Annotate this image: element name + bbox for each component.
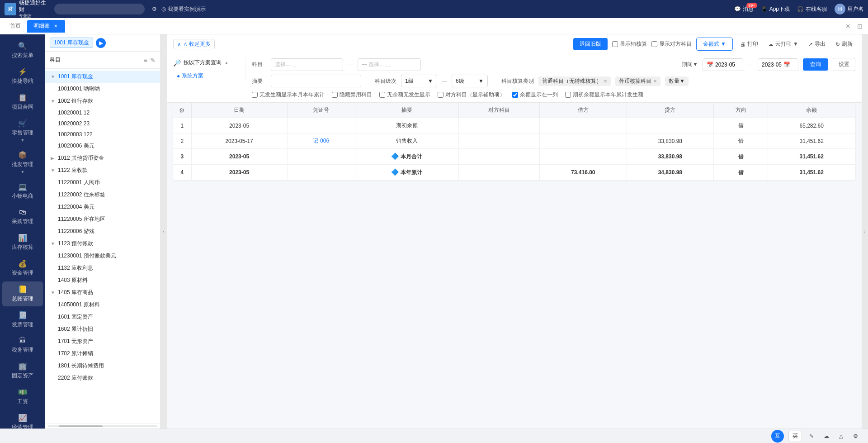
cb-no-balance-input[interactable] [379, 92, 385, 98]
subject-type-tag1[interactable]: 普通科目（无特殊核算） ✕ [538, 76, 611, 86]
cb-no-amount-input[interactable] [252, 92, 258, 98]
subject-type-tag2[interactable]: 外币核算科目 ✕ [615, 76, 660, 86]
tree-node-1002[interactable]: ▼ 1002 银行存款 [45, 95, 160, 107]
tree-node-10020001[interactable]: 10020001 12 [45, 107, 160, 118]
tree-node-1001[interactable]: ▼ 1001 库存现金 [45, 71, 160, 83]
tree-node-1702[interactable]: 1702 累计摊销 [45, 348, 160, 360]
query-button[interactable]: 查询 [803, 58, 828, 71]
settings-icon-btn[interactable]: ⚙ [152, 6, 157, 12]
sidebar-item-salary[interactable]: 💵 工资 [2, 384, 43, 409]
tab-ledger-close[interactable]: ✕ [52, 23, 59, 29]
tab-close-btn[interactable]: ✕ [844, 22, 853, 31]
tree-node-1602[interactable]: 1602 累计折旧 [45, 323, 160, 335]
cb-no-balance[interactable]: 无余额无发生显示 [379, 91, 430, 99]
bottom-main-btn[interactable]: 互 [771, 430, 784, 443]
tree-node-1122[interactable]: ▼ 1122 应收款 [45, 164, 160, 176]
period-end-input[interactable]: 2023-05 📅 [758, 58, 798, 71]
voucher-link[interactable]: 记-006 [313, 138, 329, 144]
table-settings-icon[interactable]: ⚙ [179, 107, 185, 114]
cb-hide-disabled-input[interactable] [332, 92, 338, 98]
subject-input[interactable]: 选择... ... [271, 58, 343, 71]
sidebar-item-retail[interactable]: 🛒 零售管理 ▼ [2, 115, 43, 146]
sidebar-item-ledger[interactable]: 📒 总账管理 [2, 281, 43, 306]
refresh-btn[interactable]: ↻ 刷新 [833, 38, 855, 50]
tree-node-1701[interactable]: 1701 无形资产 [45, 335, 160, 348]
cb-hide-disabled[interactable]: 隐藏禁用科目 [332, 91, 372, 99]
system-method-btn[interactable]: ● 系统方案 [173, 70, 240, 81]
cb-opposite-input[interactable] [438, 92, 443, 98]
subject-input2[interactable]: — 选择... ... [358, 58, 421, 71]
tree-node-1132[interactable]: 1132 应收利息 [45, 262, 160, 274]
period-start-input[interactable]: 📅 2023-05 [703, 58, 743, 71]
tree-edit-icon[interactable]: ✎ [150, 57, 156, 64]
tree-node-11220005[interactable]: 11220005 所在地区 [45, 213, 160, 225]
demo-link[interactable]: ◎ 我要看实例演示 [161, 5, 206, 13]
user-btn[interactable]: 用 用户名 [835, 4, 863, 14]
sidebar-item-ecommerce[interactable]: 💻 小畅电商 [2, 179, 43, 204]
tree-node-10020002[interactable]: 10020002 23 [45, 118, 160, 129]
sidebar-item-tax[interactable]: 🏛 税务管理 [2, 333, 43, 357]
level-to-select[interactable]: 6级 ▼ [452, 75, 488, 87]
back-old-btn[interactable]: 退回旧版 [573, 38, 608, 50]
tag2-close[interactable]: ✕ [653, 79, 657, 84]
tree-node-1801[interactable]: 1801 长期待摊费用 [45, 360, 160, 372]
cb-opening[interactable]: 期初余额显示本年累计发生额 [565, 91, 643, 99]
subject-type-tag3[interactable]: 数量▼ [665, 76, 689, 86]
tree-node-1405[interactable]: ▼ 1405 库存商品 [45, 286, 160, 299]
tree-node-11220004[interactable]: 11220004 美元 [45, 201, 160, 213]
sidebar-item-operations[interactable]: 📈 经营管理 [2, 410, 43, 429]
bottom-icon4[interactable]: ⚙ [850, 431, 861, 441]
sidebar-item-project[interactable]: 📋 项目合同 [2, 90, 43, 114]
export-btn[interactable]: ↗ 导出 [806, 38, 828, 50]
tree-nav-button[interactable]: ▶ [96, 38, 106, 48]
show-opposite-checkbox[interactable]: 显示对方科目 [651, 40, 692, 48]
tree-scrollbar-thumb[interactable] [59, 425, 103, 427]
tab-ledger[interactable]: 明细账 ✕ [27, 20, 65, 33]
tab-restore-btn[interactable]: ⊡ [855, 22, 864, 31]
sidebar-item-search[interactable]: 🔍 搜索菜单 [2, 38, 43, 63]
collapse-filter-btn[interactable]: ∧ ∧ 收起更多 [173, 39, 215, 49]
bottom-icon1[interactable]: ✎ [807, 431, 816, 441]
summary-input[interactable] [271, 75, 361, 87]
tree-scrollbar[interactable] [48, 425, 157, 427]
tree-node-11220006[interactable]: 11220006 游戏 [45, 225, 160, 238]
sidebar-item-invoice[interactable]: 🧾 发票管理 [2, 307, 43, 332]
tree-node-11220002[interactable]: 11220002 往来标签 [45, 189, 160, 201]
tree-node-10020006[interactable]: 10020006 美元 [45, 140, 160, 152]
tree-node-14050001[interactable]: 14050001 原材料 [45, 299, 160, 311]
tree-node-1601[interactable]: 1601 固定资产 [45, 311, 160, 323]
tree-panel-collapse-handle[interactable]: ‹ [160, 34, 167, 429]
tree-scrollbar-area[interactable] [45, 423, 160, 429]
print-btn[interactable]: 🖨 打印 [737, 38, 761, 50]
message-btn[interactable]: 💬 消息 99+ [734, 5, 754, 13]
tree-node-11230001[interactable]: 11230001 预付账款美元 [45, 250, 160, 262]
sidebar-item-wholesale[interactable]: 📦 批发管理 ▼ [2, 147, 43, 178]
sidebar-item-inventory[interactable]: 📊 库存核算 [2, 230, 43, 255]
tree-node-1403[interactable]: 1403 原材料 [45, 274, 160, 286]
bottom-icon2[interactable]: ☁ [821, 431, 832, 441]
show-assist-checkbox[interactable]: 显示辅核算 [612, 40, 647, 48]
show-assist-input[interactable] [612, 41, 618, 47]
sidebar-item-capital[interactable]: 💰 资金管理 [2, 256, 43, 281]
settings-button[interactable]: 设置 [833, 58, 855, 71]
cb-balance-one-row-input[interactable] [512, 92, 518, 98]
tree-node-10020003[interactable]: 10020003 122 [45, 129, 160, 140]
cb-opposite[interactable]: 对方科目（显示辅助项） [438, 91, 505, 99]
app-download-btn[interactable]: 📱 App下载 [761, 5, 790, 13]
service-btn[interactable]: 🎧 在线客服 [797, 5, 827, 13]
tree-list-icon[interactable]: ≡ [144, 57, 147, 64]
tab-home[interactable]: 首页 [4, 20, 27, 33]
tree-node-11220001[interactable]: 11220001 人民币 [45, 176, 160, 189]
level-from-select[interactable]: 1级 ▼ [401, 75, 437, 87]
amount-format-btn[interactable]: 金额式 ▼ [696, 38, 733, 51]
search-input[interactable] [54, 4, 145, 14]
cloud-print-btn[interactable]: ☁ 云打印 ▼ [765, 38, 801, 50]
tree-node-1012[interactable]: ▶ 1012 其他货币资金 [45, 152, 160, 164]
sidebar-item-fixed-assets[interactable]: 🏢 固定资产 [2, 358, 43, 383]
tree-node-10010001[interactable]: 10010001 哟哟哟 [45, 83, 160, 95]
tree-node-1123[interactable]: ▼ 1123 预付账款 [45, 238, 160, 250]
cb-no-amount[interactable]: 无发生额显示本月本年累计 [252, 91, 325, 99]
cb-opening-input[interactable] [565, 92, 571, 98]
right-panel-expand-handle[interactable]: › [862, 34, 868, 429]
bottom-icon3[interactable]: △ [836, 431, 846, 441]
